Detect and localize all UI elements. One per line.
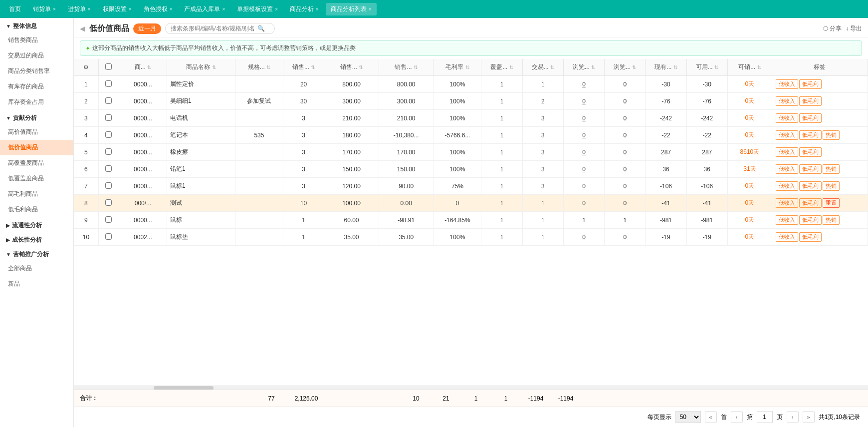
- nav-item-template[interactable]: 单据模板设置 ×: [232, 3, 283, 15]
- table-row: 10 0002... 鼠标垫 1 35.00 35.00 100% 1 1 0 …: [74, 229, 868, 246]
- view1-link[interactable]: 0: [582, 183, 586, 190]
- col-view2[interactable]: 浏览... ⇅: [605, 59, 646, 76]
- sidebar-item-high-coverage[interactable]: 高覆盖度商品: [0, 155, 73, 171]
- col-view1[interactable]: 浏览... ⇅: [563, 59, 604, 76]
- nav-item-inventory[interactable]: 产成品入库单 ×: [179, 3, 230, 15]
- search-input[interactable]: [171, 25, 255, 32]
- col-trade[interactable]: 交易... ⇅: [522, 59, 563, 76]
- page-number-input[interactable]: [757, 411, 773, 423]
- collapse-icon-marketing: ▼: [6, 252, 11, 257]
- view1-link[interactable]: 0: [582, 115, 586, 122]
- next-page-btn[interactable]: ›: [787, 411, 799, 423]
- row-checkbox[interactable]: [105, 97, 112, 104]
- view1-link[interactable]: 0: [582, 132, 586, 139]
- col-sale-cost[interactable]: 销售... ⇅: [379, 59, 434, 76]
- row-checkbox[interactable]: [105, 114, 112, 121]
- search-icon[interactable]: 🔍: [257, 25, 265, 32]
- nav-close-purchase[interactable]: ×: [88, 6, 91, 12]
- row-checkbox[interactable]: [105, 148, 112, 155]
- nav-close-analysis-list[interactable]: ×: [369, 6, 372, 12]
- scrollbar-area[interactable]: [74, 386, 868, 390]
- nav-close-sales[interactable]: ×: [53, 6, 56, 12]
- nav-close-permissions[interactable]: ×: [129, 6, 132, 12]
- export-button[interactable]: ↓ 导出: [846, 24, 862, 33]
- sidebar-item-low-coverage[interactable]: 低覆盖度商品: [0, 171, 73, 186]
- per-page-select[interactable]: 50 100 200: [675, 411, 701, 423]
- sidebar-item-low-margin[interactable]: 低毛利商品: [0, 202, 73, 217]
- cell-view2: 0: [605, 229, 646, 246]
- row-checkbox[interactable]: [105, 131, 112, 138]
- sidebar-item-traded[interactable]: 交易过的商品: [0, 48, 73, 63]
- cell-num: 3: [74, 110, 98, 127]
- nav-close-inventory[interactable]: ×: [222, 6, 225, 12]
- row-checkbox[interactable]: [105, 233, 112, 240]
- col-sale-qty[interactable]: 销售... ⇅: [283, 59, 324, 76]
- row-checkbox[interactable]: [105, 165, 112, 172]
- sidebar-group-marketing[interactable]: ▼ 营销推广分析: [0, 246, 73, 261]
- sidebar-group-circulation[interactable]: ▶ 流通性分析: [0, 217, 73, 232]
- nav-item-home[interactable]: 首页: [4, 3, 26, 15]
- view1-link[interactable]: 0: [582, 234, 586, 241]
- view1-link[interactable]: 0: [582, 149, 586, 156]
- nav-close-roles[interactable]: ×: [170, 6, 173, 12]
- col-sale-amt[interactable]: 销售... ⇅: [324, 59, 379, 76]
- cell-tags: 低收入低毛利热销: [772, 212, 868, 229]
- filter-button[interactable]: 近一月: [133, 23, 161, 34]
- col-saleable[interactable]: 可销... ⇅: [727, 59, 772, 76]
- sidebar-item-category-sales-rate[interactable]: 商品分类销售率: [0, 63, 73, 79]
- cell-tags: 低收入低毛利重置: [772, 195, 868, 212]
- tag: 重置: [823, 198, 840, 208]
- search-box: 🔍: [165, 23, 275, 34]
- col-name[interactable]: 商品名称 ⇅: [167, 59, 235, 76]
- row-checkbox[interactable]: [105, 182, 112, 189]
- cell-code: 000/...: [119, 195, 167, 212]
- col-spec[interactable]: 规格... ⇅: [235, 59, 283, 76]
- tag: 低毛利: [799, 164, 822, 174]
- col-code[interactable]: 商... ⇅: [119, 59, 167, 76]
- view1-link[interactable]: 0: [582, 98, 586, 105]
- sidebar-item-in-stock[interactable]: 有库存的商品: [0, 79, 73, 94]
- cell-checkbox: [98, 161, 119, 178]
- nav-close-analysis[interactable]: ×: [316, 6, 319, 12]
- nav-item-permissions[interactable]: 权限设置 ×: [98, 3, 137, 15]
- view1-link[interactable]: 0: [582, 81, 586, 88]
- nav-item-roles[interactable]: 角色授权 ×: [139, 3, 178, 15]
- nav-item-analysis-list[interactable]: 商品分析列表 ×: [326, 3, 377, 15]
- col-current[interactable]: 现有... ⇅: [646, 59, 686, 76]
- nav-item-sales[interactable]: 销货单 ×: [28, 3, 61, 15]
- sidebar-group-growth[interactable]: ▶ 成长性分析: [0, 232, 73, 246]
- cell-name: 测试: [167, 195, 235, 212]
- nav-item-purchase[interactable]: 进货单 ×: [63, 3, 96, 15]
- cell-sale-cost: -10,380...: [379, 127, 434, 144]
- view1-link[interactable]: 1: [582, 217, 586, 224]
- sidebar-item-low-value[interactable]: 低价值商品: [0, 140, 73, 155]
- nav-item-analysis[interactable]: 商品分析 ×: [285, 3, 324, 15]
- sidebar-group-overall[interactable]: ▼ 整体信息: [0, 18, 73, 32]
- sidebar-item-sales-category[interactable]: 销售类商品: [0, 32, 73, 48]
- sidebar-group-contribution[interactable]: ▼ 贡献分析: [0, 110, 73, 124]
- tag: 热销: [823, 181, 840, 191]
- select-all-checkbox[interactable]: [105, 63, 112, 70]
- prev-page-btn[interactable]: ‹: [731, 411, 743, 423]
- sidebar-item-high-margin[interactable]: 高毛利商品: [0, 186, 73, 202]
- row-checkbox[interactable]: [105, 80, 112, 87]
- col-coverage[interactable]: 覆盖... ⇅: [481, 59, 522, 76]
- col-settings[interactable]: ⚙: [74, 59, 98, 76]
- per-page-label: 每页显示: [648, 413, 671, 422]
- row-checkbox[interactable]: [105, 216, 112, 223]
- nav-close-template[interactable]: ×: [275, 6, 278, 12]
- sidebar-item-high-value[interactable]: 高价值商品: [0, 124, 73, 140]
- share-button[interactable]: ⬡ 分享: [823, 24, 842, 33]
- sidebar-item-new-products[interactable]: 新品: [0, 276, 73, 292]
- view1-link[interactable]: 0: [582, 200, 586, 207]
- view1-link[interactable]: 0: [582, 166, 586, 173]
- col-available[interactable]: 可用... ⇅: [686, 59, 727, 76]
- sidebar-item-all-products[interactable]: 全部商品: [0, 261, 73, 276]
- col-gross-rate[interactable]: 毛利率 ⇅: [434, 59, 481, 76]
- sidebar-collapse-btn[interactable]: ◀: [80, 24, 85, 32]
- first-page-btn[interactable]: «: [705, 411, 717, 423]
- nav-label-home: 首页: [9, 5, 21, 13]
- last-page-btn[interactable]: »: [803, 411, 815, 423]
- row-checkbox[interactable]: [105, 199, 112, 206]
- sidebar-item-stock-capital[interactable]: 库存资金占用: [0, 94, 73, 110]
